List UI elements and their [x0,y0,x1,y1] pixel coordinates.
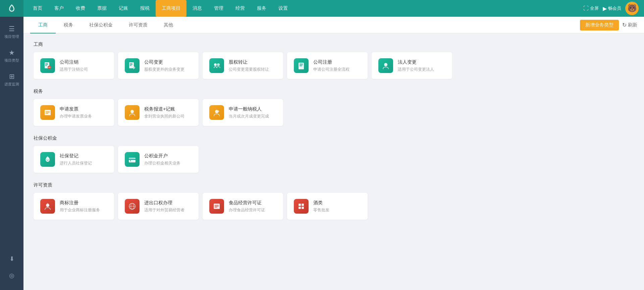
svg-rect-2 [45,64,48,65]
app-logo[interactable] [0,0,23,17]
svg-rect-34 [299,204,301,206]
card-trademark[interactable]: 商标注册 用于企业商标注册服务 [34,193,114,220]
mascot-avatar[interactable]: 🐻 [625,2,639,15]
card-text-tax-report: 税务报道+记账 拿到营业执照的新公司 [144,106,184,119]
svg-rect-20 [46,113,48,114]
nav-home[interactable]: 首页 [27,0,48,17]
fullscreen-icon: ⛶ [583,5,589,11]
video-icon: ▶ [603,5,607,12]
svg-rect-8 [130,64,132,65]
card-icon-general-tax [209,105,224,120]
card-title-food-license: 食品经营许可证 [229,200,265,206]
shuiwu-cards-grid: 申请发票 办理申请发票业务 税务报道+记账 拿到营业执照的新公司 [34,99,634,126]
refresh-label: 刷新 [628,22,637,28]
nav-tax[interactable]: 报税 [134,0,156,17]
svg-rect-24 [129,159,136,160]
card-title-company-cancel: 公司注销 [60,59,88,65]
card-icon-liquor [294,199,309,214]
top-nav: 首页 客户 收费 票据 记账 报税 工商项目 消息 管理 经营 服务 设置 ⛶ … [0,0,644,17]
card-legal-change[interactable]: 法人变更 适用于公司变更法人 [372,52,452,79]
card-icon-equity-transfer [209,58,224,73]
tab-gongshang[interactable]: 工商 [30,17,56,33]
nav-customer[interactable]: 客户 [48,0,70,17]
sidebar-label-progress-monitor: 进度监测 [4,82,19,87]
scroll-content[interactable]: 工商 公司注销 适用于注销公司 [23,33,644,290]
card-shebao-register[interactable]: 社保登记 进行人员社保登记 [34,146,114,173]
svg-rect-14 [300,65,303,65]
card-icon-shebao-register [40,152,55,167]
svg-rect-31 [215,205,219,206]
card-text-trademark: 商标注册 用于企业商标注册服务 [60,200,100,213]
svg-rect-6 [129,62,134,68]
tab-bar-right: 新增业务类型 ↻ 刷新 [580,20,637,30]
card-tax-report[interactable]: 税务报道+记账 拿到营业执照的新公司 [118,99,199,126]
card-equity-transfer[interactable]: 股权转让 公司变更需要股权转让 [203,52,283,79]
svg-point-26 [46,204,49,207]
tab-xuke[interactable]: 许可资质 [121,17,156,33]
card-title-shebao-register: 社保登记 [60,153,92,159]
card-desc-company-cancel: 适用于注销公司 [60,67,88,72]
card-apply-invoice[interactable]: 申请发票 办理申请发票业务 [34,99,114,126]
card-title-company-register: 公司注册 [313,59,350,65]
card-food-license[interactable]: 食品经营许可证 办理食品经营许可证 [203,193,283,220]
main-layout: ☰ 项目管理 ★ 项目类型 ⊞ 进度监测 ⬇ ◎ 工商 税务 社保公积金 [0,17,644,290]
nav-operation[interactable]: 经营 [229,0,251,17]
card-desc-shebao-register: 进行人员社保登记 [60,160,92,166]
card-desc-trademark: 用于企业商标注册服务 [60,207,100,213]
vip-label: 畅会员 [608,5,621,11]
fullscreen-btn[interactable]: ⛶ 全屏 [583,5,599,11]
svg-rect-9 [130,65,131,66]
shuiwu-section-title: 税务 [34,88,634,94]
card-company-change[interactable]: 公司变更 股权变更外的业务变更 [118,52,199,79]
sidebar-item-project-mgmt[interactable]: ☰ 项目管理 [0,20,23,44]
refresh-icon: ↻ [622,22,627,28]
svg-rect-13 [300,64,303,64]
card-gjj-open[interactable]: 公积金开户 办理公积金相关业务 [118,146,199,173]
nav-settings[interactable]: 设置 [272,0,294,17]
card-company-cancel[interactable]: 公司注销 适用于注销公司 [34,52,114,79]
xuke-section: 许可资质 商标注册 用于企业商标注册服务 [34,182,634,220]
svg-rect-3 [45,65,47,66]
gongshang-section-title: 工商 [34,42,634,48]
fullscreen-label: 全屏 [590,5,599,11]
card-general-tax[interactable]: 申请一般纳税人 当月或次月成变更完成 [203,99,283,126]
card-title-gjj-open: 公积金开户 [144,153,180,159]
vip-btn[interactable]: ▶ 畅会员 [603,5,621,12]
card-company-register[interactable]: 公司注册 申请公司注册全流程 [287,52,368,79]
card-desc-general-tax: 当月或次月成变更完成 [229,114,269,119]
card-icon-company-cancel [40,58,55,73]
card-icon-apply-invoice [40,105,55,120]
nav-management[interactable]: 管理 [208,0,229,17]
tab-other[interactable]: 其他 [156,17,181,33]
nav-service[interactable]: 服务 [251,0,272,17]
top-nav-right: ⛶ 全屏 ▶ 畅会员 🐻 [583,2,644,15]
nav-fee[interactable]: 收费 [70,0,91,17]
sidebar-item-progress-monitor[interactable]: ⊞ 进度监测 [0,68,23,91]
card-import-export[interactable]: 进出口权办理 适用于对外贸易经营者 [118,193,199,220]
card-icon-company-change [125,58,140,73]
card-desc-company-change: 股权变更外的业务变更 [144,67,184,72]
svg-point-22 [215,110,218,113]
shuiwu-section: 税务 申请发票 办理申请发票业务 [34,88,634,126]
nav-message[interactable]: 消息 [186,0,208,17]
card-title-import-export: 进出口权办理 [144,200,184,206]
card-liquor[interactable]: 酒类 零售批发 [287,193,368,220]
nav-accounting[interactable]: 记账 [113,0,134,17]
sidebar-item-project-type[interactable]: ★ 项目类型 [0,44,23,68]
nav-invoice[interactable]: 票据 [91,0,113,17]
card-desc-gjj-open: 办理公积金相关业务 [144,160,180,166]
tab-shuiwu[interactable]: 税务 [56,17,81,33]
sidebar-download-btn[interactable]: ⬇ [0,251,23,267]
card-text-company-cancel: 公司注销 适用于注销公司 [60,59,88,72]
new-business-type-button[interactable]: 新增业务类型 [580,20,619,30]
svg-point-25 [130,160,131,161]
tab-shebao[interactable]: 社保公积金 [81,17,121,33]
svg-rect-32 [215,206,219,207]
card-text-equity-transfer: 股权转让 公司变更需要股权转让 [229,59,269,72]
svg-rect-18 [46,111,50,112]
svg-rect-37 [302,207,304,209]
card-text-shebao-register: 社保登记 进行人员社保登记 [60,153,92,166]
refresh-button[interactable]: ↻ 刷新 [622,22,637,28]
sidebar-location-btn[interactable]: ◎ [0,268,23,283]
nav-bizproject[interactable]: 工商项目 [156,0,186,17]
